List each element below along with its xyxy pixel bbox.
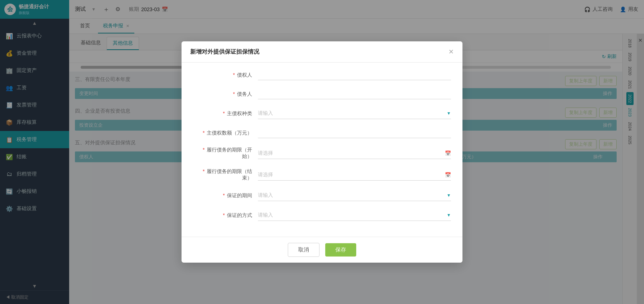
input-claim-amount[interactable]	[258, 128, 451, 138]
select-guarantee-period[interactable]: 请输入 ▼	[258, 190, 451, 201]
date-term-end-placeholder: 请选择	[258, 172, 273, 178]
required-star-guarantee-period: *	[223, 192, 225, 198]
select-guarantee-method-chevron-icon: ▼	[447, 213, 451, 218]
form-row-guarantee-period: * 保证的期间 请输入 ▼	[193, 190, 451, 201]
label-creditor: * 债权人	[193, 72, 258, 78]
form-row-term-start: * 履行债务的期限（开始） 请选择 📅	[193, 147, 451, 160]
form-row-guarantee-method: * 保证的方式 请输入 ▼	[193, 210, 451, 221]
label-text-creditor: 债权人	[237, 72, 252, 78]
select-guarantee-method[interactable]: 请输入 ▼	[258, 210, 451, 221]
label-text-term-start: 履行债务的期限（开始）	[207, 147, 252, 159]
required-star-creditor: *	[233, 72, 235, 78]
required-star-term-end: *	[203, 168, 205, 174]
modal-title: 新增对外提供保证担保情况	[190, 48, 259, 56]
input-debtor[interactable]	[258, 89, 451, 99]
label-debtor: * 债务人	[193, 91, 258, 97]
select-guarantee-period-chevron-icon: ▼	[447, 193, 451, 198]
label-term-end: * 履行债务的期限（结束）	[193, 168, 258, 181]
form-row-claim-type: * 主债权种类 请输入 ▼	[193, 108, 451, 119]
select-guarantee-method-placeholder: 请输入	[258, 212, 273, 218]
select-claim-type-placeholder: 请输入	[258, 110, 273, 117]
modal-overlay: 新增对外提供保证担保情况 ✕ * 债权人 * 债务人	[0, 0, 644, 304]
label-text-claim-amount: 主债权数额（万元）	[207, 130, 252, 136]
select-claim-type-chevron-icon: ▼	[447, 111, 451, 116]
required-star-term-start: *	[203, 147, 205, 153]
form-row-creditor: * 债权人	[193, 70, 451, 80]
label-text-claim-type: 主债权种类	[227, 110, 252, 116]
required-star-claim-amount: *	[203, 130, 205, 136]
label-guarantee-period: * 保证的期间	[193, 192, 258, 199]
date-term-start-placeholder: 请选择	[258, 150, 273, 156]
label-text-debtor: 债务人	[237, 91, 252, 97]
required-star-debtor: *	[233, 91, 235, 97]
label-text-term-end: 履行债务的期限（结束）	[207, 168, 252, 181]
modal-close-icon[interactable]: ✕	[448, 48, 454, 56]
modal-dialog: 新增对外提供保证担保情况 ✕ * 债权人 * 债务人	[182, 41, 462, 263]
input-creditor[interactable]	[258, 70, 451, 80]
date-term-start[interactable]: 请选择 📅	[258, 148, 451, 159]
form-row-debtor: * 债务人	[193, 89, 451, 99]
select-claim-type[interactable]: 请输入 ▼	[258, 108, 451, 119]
label-claim-type: * 主债权种类	[193, 110, 258, 117]
label-guarantee-method: * 保证的方式	[193, 212, 258, 219]
form-row-claim-amount: * 主债权数额（万元）	[193, 128, 451, 138]
modal-footer: 取消 保存	[182, 237, 462, 263]
modal-body: * 债权人 * 债务人 * 主债权种类 请输入	[182, 63, 462, 237]
calendar-icon-term-end: 📅	[445, 172, 451, 178]
form-row-term-end: * 履行债务的期限（结束） 请选择 📅	[193, 168, 451, 181]
calendar-icon-term-start: 📅	[445, 150, 451, 156]
required-star-guarantee-method: *	[223, 212, 225, 218]
label-text-guarantee-period: 保证的期间	[227, 192, 252, 198]
select-guarantee-period-placeholder: 请输入	[258, 192, 273, 199]
date-term-end[interactable]: 请选择 📅	[258, 169, 451, 181]
cancel-button[interactable]: 取消	[288, 243, 319, 257]
required-star-claim-type: *	[223, 110, 225, 116]
label-term-start: * 履行债务的期限（开始）	[193, 147, 258, 160]
label-claim-amount: * 主债权数额（万元）	[193, 130, 258, 136]
label-text-guarantee-method: 保证的方式	[227, 212, 252, 218]
modal-header: 新增对外提供保证担保情况 ✕	[182, 41, 462, 63]
save-button[interactable]: 保存	[325, 243, 356, 257]
